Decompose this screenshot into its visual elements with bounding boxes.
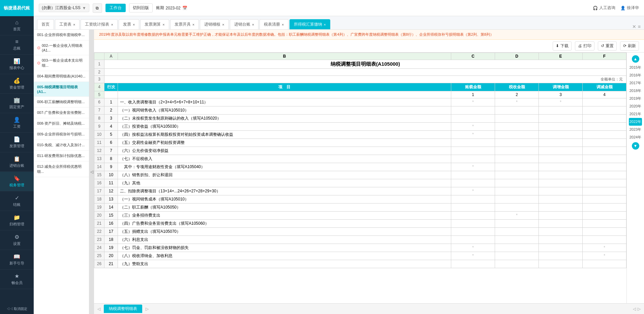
sidebar-item-settings[interactable]: ⚙ 设置 <box>0 230 34 250</box>
col2-cell[interactable] <box>495 244 539 252</box>
title-cell[interactable]: （五）交易性金融资产初始投资调整 <box>118 138 451 147</box>
col3-cell[interactable] <box>539 138 583 147</box>
table-row[interactable]: 19 14 （二）职工薪酬（填写A105050） <box>94 203 626 211</box>
col4-cell[interactable] <box>583 106 626 114</box>
left-panel-item-006[interactable]: 006-职工薪酬纳税调整明细... <box>34 97 89 107</box>
col4-cell[interactable] <box>583 138 626 147</box>
col3-cell[interactable] <box>539 195 583 203</box>
unpin-button[interactable]: ◁◁ 取消固定 <box>0 304 34 314</box>
reset-button[interactable]: ↺ 重置 <box>598 41 617 51</box>
col1-cell[interactable] <box>451 227 495 236</box>
sidebar-item-reports[interactable]: 📊 报表中心 <box>0 55 34 74</box>
tab-close-icon[interactable]: × <box>222 23 224 27</box>
table-row[interactable]: 26 21 （九）赞助支出 <box>94 260 626 268</box>
tab-close-icon[interactable]: × <box>282 23 284 27</box>
table-row[interactable]: 20 15 （三）业务招待费支出 * <box>94 211 626 219</box>
col1-cell[interactable] <box>451 147 495 155</box>
col2-cell[interactable] <box>495 187 539 195</box>
col4-cell[interactable] <box>583 163 626 171</box>
close-all-icon[interactable]: ✕ <box>632 24 636 29</box>
support-button[interactable]: 🎧 人工咨询 <box>593 5 615 11</box>
col1-cell[interactable] <box>451 260 495 268</box>
download-button[interactable]: ⬇ 下载 <box>553 41 572 51</box>
tab-close-icon[interactable]: × <box>324 23 326 27</box>
tab-invoice-calc[interactable]: 发票测算 × <box>140 19 169 29</box>
col2-cell[interactable] <box>495 171 539 179</box>
panel-collapse-button[interactable]: ◁ <box>89 30 94 314</box>
sidebar-item-assets[interactable]: 🏢 固定资产 <box>0 94 34 113</box>
scroll-right-icon[interactable]: ▷ <box>146 307 149 311</box>
col2-cell[interactable] <box>495 236 539 244</box>
col2-cell[interactable]: * <box>495 98 539 106</box>
sidebar-item-guide[interactable]: 📖 新手引导 <box>0 250 34 270</box>
col3-cell[interactable] <box>539 163 583 171</box>
tab-close-icon[interactable]: × <box>162 23 164 27</box>
sidebar-item-purchase-sales[interactable]: 📋 进销台账 <box>0 152 34 172</box>
bottom-tab-tax-adjust[interactable]: 纳税调整明细表 <box>104 305 142 313</box>
table-row[interactable]: 17 12 二、扣除类调整项目（13+14+...24+26+27+28+29+… <box>94 187 626 195</box>
col4-cell[interactable] <box>583 236 626 244</box>
left-panel-item-003[interactable]: ⊙ 003-一般企业成本支出明细... <box>34 55 89 71</box>
table-row[interactable]: 8 3 （二）未按权责发生制原则确认的收入（填写A105020） <box>94 114 626 122</box>
col4-cell[interactable] <box>583 114 626 122</box>
col3-cell[interactable] <box>539 227 583 236</box>
col4-cell[interactable] <box>583 187 626 195</box>
col1-cell[interactable]: * <box>451 187 495 195</box>
tab-close-icon[interactable]: × <box>252 23 254 27</box>
left-panel-item-002[interactable]: ⊙ 002-一般企业收入明细表(A1... <box>34 40 89 55</box>
year-button[interactable]: 2022年 <box>629 118 642 126</box>
company-selector[interactable]: (勿删）江西股金-LSS ▼ <box>39 4 89 12</box>
col2-cell[interactable] <box>495 114 539 122</box>
col4-cell[interactable] <box>583 227 626 236</box>
sheet-scroll-right-icon[interactable]: ▷ <box>638 307 641 311</box>
title-cell[interactable]: （七）不征税收入 <box>118 155 451 163</box>
tab-invoice-issue[interactable]: 发票开具 × <box>170 19 199 29</box>
col1-cell[interactable] <box>451 195 495 203</box>
col4-cell[interactable] <box>583 260 626 268</box>
tab-home[interactable]: 首页 <box>37 19 54 29</box>
col4-cell[interactable] <box>583 171 626 179</box>
col4-cell[interactable] <box>583 219 626 227</box>
title-cell[interactable]: （一）视同销售收入（填写A105010） <box>118 106 451 114</box>
menu-icon[interactable]: ≡ <box>638 24 641 29</box>
col3-cell[interactable] <box>539 244 583 252</box>
title-cell[interactable]: （二）未按权责发生制原则确认的收入（填写A105020） <box>118 114 451 122</box>
copy-icon-button[interactable]: ⧉ <box>93 3 102 13</box>
col1-cell[interactable]: * <box>451 244 495 252</box>
col2-cell[interactable] <box>495 195 539 203</box>
tab-close-icon[interactable]: × <box>133 23 135 27</box>
table-row[interactable]: 16 11 （九）其他 <box>94 179 626 187</box>
left-panel-item-004[interactable]: 004-期间费用明细表(A1040... <box>34 71 89 82</box>
year-button[interactable]: 2015年 <box>629 64 642 71</box>
title-cell[interactable]: （四）广告费和业务宣传费支出（填写A105060） <box>118 219 451 227</box>
scroll-left-icon[interactable]: ◁ <box>97 307 100 311</box>
col1-cell[interactable] <box>451 203 495 211</box>
year-button[interactable]: 2023年 <box>629 126 642 133</box>
col1-cell[interactable] <box>451 211 495 219</box>
sidebar-item-member[interactable]: ★ 畅会员 <box>0 270 34 289</box>
col2-cell[interactable] <box>495 219 539 227</box>
col4-cell[interactable] <box>583 122 626 130</box>
title-cell[interactable]: 二、扣除类调整项目（13+14+...24+26+27+28+29+30） <box>118 187 451 195</box>
col1-cell[interactable]: * <box>451 98 495 106</box>
col3-cell[interactable] <box>539 203 583 211</box>
col3-cell[interactable] <box>539 114 583 122</box>
col1-cell[interactable] <box>451 106 495 114</box>
title-cell[interactable]: （九）赞助支出 <box>118 260 451 268</box>
col2-cell[interactable] <box>495 155 539 163</box>
col4-cell[interactable] <box>583 147 626 155</box>
year-button[interactable]: 2017年 <box>629 79 642 87</box>
sidebar-item-archive[interactable]: 📁 归档管理 <box>0 211 34 230</box>
title-cell[interactable]: 其中：专项用途财政性资金（填写A105040） <box>118 163 451 171</box>
col1-cell[interactable]: * <box>451 130 495 138</box>
col4-cell[interactable] <box>583 195 626 203</box>
col3-cell[interactable] <box>539 106 583 114</box>
sidebar-item-salary[interactable]: 👤 工资 <box>0 113 34 133</box>
year-button[interactable]: 2024年 <box>629 133 642 141</box>
tab-close-icon[interactable]: × <box>111 23 113 27</box>
sidebar-item-general-ledger[interactable]: ≡ 总账 <box>0 35 34 55</box>
table-row[interactable]: 15 10 （八）销售折扣、折让和退回 <box>94 171 626 179</box>
year-button[interactable]: 2020年 <box>629 102 642 110</box>
left-panel-item-009[interactable]: 009-企业所得税弥补亏损明... <box>34 129 89 140</box>
title-cell[interactable]: （六）利息支出 <box>118 236 451 244</box>
